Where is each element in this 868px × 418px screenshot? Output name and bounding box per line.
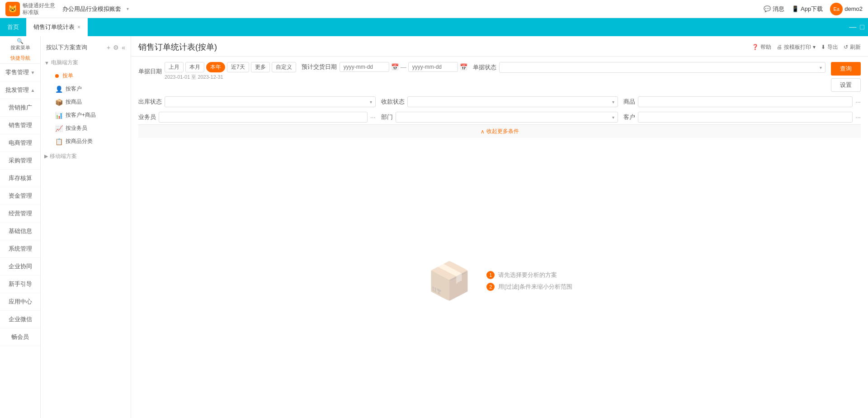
- print-button[interactable]: 🖨 按模板打印 ▾: [777, 43, 816, 51]
- sidebar-item-purchase[interactable]: 采购管理: [0, 152, 40, 170]
- mobile-section-label[interactable]: ▶ 移动端方案: [41, 150, 131, 163]
- left-panel-title: 按以下方案查询: [46, 43, 87, 52]
- date-btn-more[interactable]: 更多: [251, 62, 270, 72]
- hint-num-1: 1: [486, 271, 495, 279]
- filter-row-3: 业务员 ··· 部门 客户: [138, 112, 861, 123]
- staff-input[interactable]: [159, 112, 368, 123]
- sidebar-item-operations[interactable]: 经营管理: [0, 205, 40, 223]
- tree-item-by-goods[interactable]: 📦 按商品: [50, 95, 131, 109]
- delivery-status-cell: 出库状态: [138, 96, 376, 107]
- quick-nav[interactable]: 快捷导航: [0, 53, 40, 64]
- logo-area: 🐱 畅捷通好生意 标准版: [5, 2, 55, 16]
- date-btn-this-month[interactable]: 本月: [185, 62, 204, 72]
- sidebar-item-enterprise[interactable]: 企业协同: [0, 258, 40, 276]
- query-button[interactable]: 查询: [831, 62, 861, 76]
- search-label: 搜索菜单: [0, 44, 40, 51]
- help-button[interactable]: ❓ 帮助: [752, 43, 771, 51]
- customer-more-icon[interactable]: ···: [855, 114, 861, 121]
- sidebar-item-marketing[interactable]: 营销推广: [0, 99, 40, 117]
- quick-nav-label: 快捷导航: [0, 55, 40, 62]
- print-dropdown-icon: ▾: [813, 44, 816, 50]
- sidebar-item-members[interactable]: 畅会员: [0, 328, 40, 346]
- date-btn-last-month[interactable]: 上月: [165, 62, 184, 72]
- refresh-button[interactable]: ↺ 刷新: [844, 43, 861, 51]
- left-panel-header: 按以下方案查询 + ⚙ «: [41, 41, 131, 54]
- dept-select[interactable]: [396, 112, 618, 123]
- sidebar-item-wholesale[interactable]: 批发管理 ▲: [0, 81, 40, 99]
- sidebar-item-retail[interactable]: 零售管理 ▼: [0, 64, 40, 81]
- search-icon: 🔍: [17, 38, 24, 44]
- content: 按以下方案查询 + ⚙ « ▼ 电脑端方案 按单: [41, 36, 868, 418]
- order-status-select-wrapper: [499, 62, 826, 73]
- message-button[interactable]: 💬 消息: [764, 5, 784, 13]
- goods-more-icon[interactable]: ···: [855, 98, 861, 105]
- sidebar-item-finance[interactable]: 资金管理: [0, 187, 40, 205]
- app-title: 办公用品行业模拟账套: [62, 5, 121, 13]
- user-menu[interactable]: Ea demo2: [830, 3, 863, 15]
- tree-item-by-order[interactable]: 按单: [50, 69, 131, 82]
- order-status-select[interactable]: [499, 62, 826, 73]
- customer-input[interactable]: [638, 112, 853, 123]
- download-icon: 📱: [792, 5, 799, 12]
- sidebar-item-basics[interactable]: 基础信息: [0, 223, 40, 240]
- expected-date-label: 预计交货日期: [302, 63, 337, 71]
- category-icon: 📋: [55, 138, 63, 145]
- logo-text: 畅捷通好生意 标准版: [23, 2, 55, 15]
- empty-state-illustration: 📦: [427, 260, 472, 302]
- sidebar-item-newbie[interactable]: 新手引导: [0, 276, 40, 293]
- cal-to-icon: 📅: [460, 63, 467, 71]
- order-status-label: 单据状态: [473, 63, 496, 71]
- payment-status-label: 收款状态: [381, 98, 405, 106]
- payment-status-cell: 收款状态: [381, 96, 618, 107]
- app-download-button[interactable]: 📱 App下载: [792, 5, 823, 13]
- left-panel-settings-icon[interactable]: ⚙: [113, 44, 119, 51]
- tree-item-by-staff[interactable]: 📈 按业务员: [50, 122, 131, 135]
- goods-label: 商品: [623, 98, 635, 106]
- staff-more-icon[interactable]: ···: [370, 114, 376, 121]
- page-actions: ❓ 帮助 🖨 按模板打印 ▾ ⬇ 导出 ↺ 刷新: [752, 43, 861, 51]
- expected-date-to[interactable]: [408, 62, 458, 72]
- left-panel-collapse-icon[interactable]: «: [122, 44, 125, 51]
- payment-status-select[interactable]: [407, 96, 618, 107]
- tab-sales-order-stats[interactable]: 销售订单统计表 ×: [26, 18, 88, 36]
- action-btns: 查询 设置: [831, 62, 861, 92]
- tree-item-by-customer-goods[interactable]: 📊 按客户+商品: [50, 109, 131, 122]
- sidebar-item-system[interactable]: 系统管理: [0, 240, 40, 258]
- date-btn-7days[interactable]: 近7天: [227, 62, 249, 72]
- export-button[interactable]: ⬇ 导出: [821, 43, 838, 51]
- tree-dot-icon: [55, 74, 59, 78]
- delivery-status-select[interactable]: [165, 96, 376, 107]
- expected-date-from[interactable]: [340, 62, 389, 72]
- pc-section-label: ▼ 电脑端方案: [41, 56, 131, 69]
- print-icon: 🖨: [777, 44, 782, 50]
- settings-button[interactable]: 设置: [831, 78, 861, 92]
- customer-icon: 👤: [55, 86, 63, 93]
- goods-input[interactable]: [638, 96, 853, 107]
- tab-close-icon[interactable]: ×: [77, 24, 80, 30]
- date-btn-this-year[interactable]: 本年: [206, 62, 225, 72]
- app-title-dropdown-icon[interactable]: ▾: [127, 6, 129, 11]
- tab-minimize-icon[interactable]: —: [849, 23, 856, 31]
- hint-text-2: 用[过滤]条件来缩小分析范围: [498, 283, 572, 291]
- cal-from-icon: 📅: [391, 63, 399, 71]
- logo-icon: 🐱: [5, 2, 20, 16]
- mobile-tree-arrow-icon: ▶: [44, 153, 48, 159]
- expected-date-group: 预计交货日期 📅 — 📅: [302, 62, 467, 72]
- left-panel-add-icon[interactable]: +: [107, 44, 110, 51]
- sidebar-item-sales[interactable]: 销售管理: [0, 117, 40, 134]
- sidebar-search[interactable]: 🔍 搜索菜单: [0, 36, 40, 53]
- tab-home[interactable]: 首页: [0, 18, 26, 36]
- left-panel-icons: + ⚙ «: [107, 44, 125, 51]
- empty-hint-2: 2 用[过滤]条件来缩小分析范围: [486, 283, 572, 291]
- collapse-button[interactable]: ∧ 收起更多条件: [138, 124, 861, 138]
- tree-item-by-category[interactable]: 📋 按商品分类: [50, 135, 131, 148]
- tree-item-by-customer[interactable]: 👤 按客户: [50, 82, 131, 95]
- dept-label: 部门: [381, 113, 393, 121]
- sidebar-item-app-center[interactable]: 应用中心: [0, 293, 40, 311]
- tab-maximize-icon[interactable]: □: [860, 23, 864, 31]
- date-btn-custom[interactable]: 自定义: [272, 62, 296, 72]
- sidebar-item-inventory[interactable]: 库存核算: [0, 170, 40, 187]
- top-bar-left: 🐱 畅捷通好生意 标准版 办公用品行业模拟账套 ▾: [5, 2, 129, 16]
- sidebar-item-ecommerce[interactable]: 电商管理: [0, 134, 40, 152]
- sidebar-item-wechat[interactable]: 企业微信: [0, 311, 40, 328]
